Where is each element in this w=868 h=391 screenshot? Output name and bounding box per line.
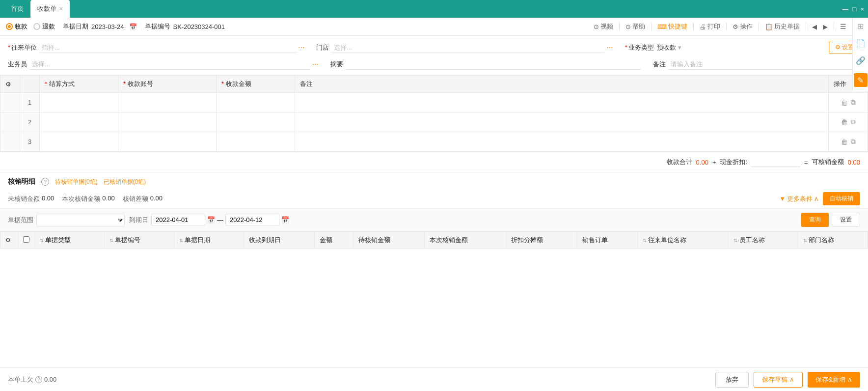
row-amount-1[interactable] bbox=[217, 93, 295, 112]
radio-receipt[interactable]: 收款 bbox=[6, 22, 27, 31]
row-method-2[interactable] bbox=[40, 112, 118, 132]
staff-more-btn[interactable]: ··· bbox=[312, 60, 319, 69]
amount-input-3[interactable] bbox=[217, 134, 295, 149]
abandon-btn[interactable]: 放弃 bbox=[715, 372, 749, 388]
business-type-label: 业务类型 bbox=[628, 43, 654, 52]
store-input[interactable] bbox=[332, 42, 604, 53]
nav-right-icon[interactable]: ▶ bbox=[823, 23, 828, 30]
bottom-col-cb[interactable] bbox=[18, 232, 35, 249]
method-input-3[interactable] bbox=[40, 134, 118, 149]
col-settings-header[interactable]: ⚙ bbox=[0, 76, 20, 93]
range-label: 单据范围 bbox=[8, 216, 33, 224]
info-icon[interactable]: ? bbox=[41, 178, 49, 186]
remark-input-2[interactable] bbox=[295, 114, 828, 130]
close-window-icon[interactable]: × bbox=[860, 5, 864, 13]
sidebar-table-icon[interactable]: ⊞ bbox=[857, 22, 864, 31]
store-more-btn[interactable]: ··· bbox=[606, 43, 613, 52]
history-btn[interactable]: 📋 历史单据 bbox=[765, 22, 800, 31]
date-to-input[interactable] bbox=[225, 214, 279, 226]
footer-info-icon[interactable]: ? bbox=[35, 376, 42, 383]
method-input-2[interactable] bbox=[40, 114, 118, 130]
abstract-input[interactable] bbox=[346, 59, 641, 70]
list-view-icon[interactable]: ☰ bbox=[840, 23, 846, 30]
account-input-1[interactable] bbox=[118, 95, 216, 110]
bottom-col-counterparty: ⇅ 往来单位名称 bbox=[637, 232, 729, 249]
business-type-value: 预收款 bbox=[657, 43, 676, 52]
remark-input[interactable] bbox=[669, 59, 860, 70]
radio-refund[interactable]: 退款 bbox=[33, 22, 55, 31]
business-type-chevron[interactable]: ▾ bbox=[678, 44, 681, 51]
calendar-from-icon[interactable]: 📅 bbox=[207, 216, 215, 223]
discount-input[interactable] bbox=[751, 157, 800, 167]
nav-left-icon[interactable]: ◀ bbox=[812, 23, 817, 30]
radio-receipt-label: 收款 bbox=[15, 22, 27, 31]
divider7 bbox=[834, 23, 834, 30]
account-input-2[interactable] bbox=[118, 114, 216, 130]
form-row-2: 业务员 ··· 摘要 备注 bbox=[8, 59, 860, 70]
save-btn[interactable]: 保存&新增 ∧ bbox=[808, 372, 860, 388]
copy-icon-3[interactable]: ⧉ bbox=[851, 138, 856, 146]
amount-input-1[interactable] bbox=[217, 95, 295, 110]
row-method-3[interactable] bbox=[40, 132, 118, 152]
abstract-label: 摘要 bbox=[330, 60, 343, 69]
bottom-col-settings[interactable]: ⚙ bbox=[0, 232, 18, 249]
counterparty-input[interactable] bbox=[40, 42, 296, 53]
select-all-cb[interactable] bbox=[23, 236, 29, 243]
section-title: 核销明细 bbox=[8, 177, 35, 186]
tab-close-icon[interactable]: × bbox=[59, 5, 63, 12]
row-remark-3[interactable] bbox=[295, 132, 829, 152]
more-conditions-btn[interactable]: ▼ 更多条件 ∧ bbox=[779, 195, 819, 203]
store-field: 门店 ··· bbox=[316, 42, 613, 53]
sidebar-active-icon[interactable]: ✎ bbox=[854, 73, 868, 87]
sidebar-doc-icon[interactable]: 📄 bbox=[856, 39, 866, 48]
method-input-1[interactable] bbox=[40, 95, 118, 110]
row-amount-2[interactable] bbox=[217, 112, 295, 132]
delete-icon-2[interactable]: 🗑 bbox=[841, 118, 848, 126]
copy-icon-1[interactable]: ⧉ bbox=[851, 98, 856, 107]
row-amount-3[interactable] bbox=[217, 132, 295, 152]
minimize-icon[interactable]: — bbox=[842, 5, 849, 13]
bottom-col-pending: 待核销金额 bbox=[353, 232, 425, 249]
range-select[interactable] bbox=[36, 214, 125, 226]
calendar-icon[interactable]: 📅 bbox=[129, 23, 137, 30]
row-account-3[interactable] bbox=[118, 132, 217, 152]
draft-btn[interactable]: 保存草稿 ∧ bbox=[754, 372, 803, 388]
video-btn[interactable]: ⊙ 视频 bbox=[594, 22, 613, 31]
table-row: 1 🗑 ⧉ bbox=[0, 93, 868, 112]
row-remark-1[interactable] bbox=[295, 93, 829, 112]
calendar-to-icon[interactable]: 📅 bbox=[281, 216, 289, 223]
pending-tab-link[interactable]: 待核销单据(0笔) bbox=[55, 178, 98, 186]
divider3 bbox=[693, 23, 694, 30]
operations-btn[interactable]: ⚙ 操作 bbox=[732, 22, 753, 31]
remark-input-3[interactable] bbox=[295, 134, 828, 149]
staff-input[interactable] bbox=[30, 59, 310, 70]
tab-receipt[interactable]: 收款单 × bbox=[30, 0, 70, 18]
total-value: 0.00 bbox=[696, 159, 708, 166]
copy-icon-2[interactable]: ⧉ bbox=[851, 118, 856, 126]
print-btn[interactable]: 🖨 打印 bbox=[700, 22, 720, 31]
counterparty-more-btn[interactable]: ··· bbox=[298, 43, 304, 52]
more-conditions-label: 更多条件 bbox=[787, 195, 813, 203]
help-btn[interactable]: ⊙ 帮助 bbox=[625, 22, 645, 31]
delete-icon-3[interactable]: 🗑 bbox=[841, 138, 848, 146]
remark-input-1[interactable] bbox=[295, 95, 828, 110]
maximize-icon[interactable]: □ bbox=[853, 5, 857, 13]
query-btn[interactable]: 查询 bbox=[801, 213, 829, 227]
account-input-3[interactable] bbox=[118, 134, 216, 149]
row-remark-2[interactable] bbox=[295, 112, 829, 132]
amount-input-2[interactable] bbox=[217, 114, 295, 130]
filter-settings-btn[interactable]: 设置 bbox=[832, 213, 860, 227]
date-from-input[interactable] bbox=[151, 214, 205, 226]
completed-tab-link[interactable]: 已核销单据(0笔) bbox=[104, 178, 146, 186]
auto-verify-btn[interactable]: 自动核销 bbox=[823, 192, 860, 205]
shortcut-btn[interactable]: ⌨ 快捷键 bbox=[657, 22, 687, 31]
delete-icon-1[interactable]: 🗑 bbox=[841, 99, 848, 107]
bill-date-value: 2023-03-24 bbox=[91, 23, 124, 30]
row-account-2[interactable] bbox=[118, 112, 217, 132]
tab-home[interactable]: 首页 bbox=[4, 0, 30, 18]
sidebar-link-icon[interactable]: 🔗 bbox=[856, 56, 866, 65]
form-row-1: * 往来单位 ··· 门店 ··· * 业务类型 预收款 ▾ ⚙ 设置 bbox=[8, 41, 860, 54]
row-method-1[interactable] bbox=[40, 93, 118, 112]
row-settings-3 bbox=[0, 132, 20, 152]
row-account-1[interactable] bbox=[118, 93, 217, 112]
